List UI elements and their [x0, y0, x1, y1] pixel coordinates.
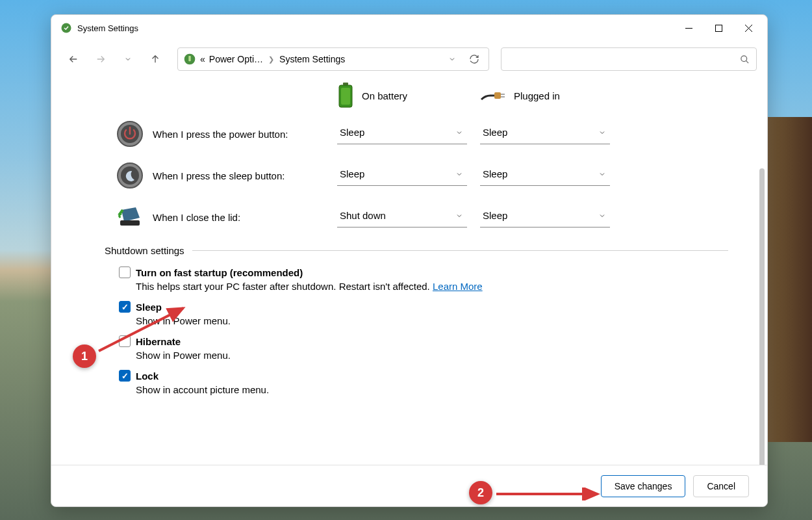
refresh-button[interactable] [465, 50, 483, 68]
learn-more-link[interactable]: Learn More [433, 281, 483, 292]
titlebar: System Settings [51, 15, 767, 41]
lock-desc: Show in account picture menu. [136, 384, 728, 395]
power-button-plugged-dropdown[interactable]: Sleep [480, 124, 610, 144]
plug-icon [480, 88, 506, 103]
svg-rect-6 [188, 56, 190, 61]
lock-label: Lock [136, 370, 159, 382]
section-divider [192, 250, 728, 251]
plugged-column-header: Plugged in [480, 88, 623, 103]
lock-item: Lock Show in account picture menu. [119, 370, 728, 395]
chevron-down-icon [598, 129, 606, 136]
breadcrumb-current[interactable]: System Settings [279, 54, 345, 64]
cancel-button[interactable]: Cancel [693, 475, 749, 497]
sleep-button-plugged-dropdown[interactable]: Sleep [480, 165, 610, 186]
svg-line-20 [99, 308, 183, 351]
fast-startup-label: Turn on fast startup (recommended) [136, 267, 303, 278]
svg-rect-19 [120, 220, 140, 226]
search-input[interactable] [508, 54, 740, 64]
svg-rect-11 [341, 88, 350, 105]
app-icon [60, 22, 72, 34]
annotation-arrow-2 [494, 488, 604, 500]
close-lid-plugged-dropdown[interactable]: Sleep [480, 207, 610, 228]
svg-line-8 [746, 60, 748, 63]
forward-button[interactable] [89, 47, 112, 71]
chevron-down-icon [455, 212, 463, 220]
laptop-lid-icon [116, 203, 144, 231]
scrollbar[interactable] [759, 168, 765, 465]
fast-startup-checkbox[interactable] [119, 266, 131, 278]
footer: Save changes Cancel [51, 465, 767, 506]
sleep-button-battery-dropdown[interactable]: Sleep [337, 165, 467, 186]
svg-point-7 [741, 55, 747, 61]
power-button-label: When I press the power button: [153, 129, 337, 140]
fast-startup-item: Turn on fast startup (recommended) This … [119, 266, 728, 292]
column-headers: On battery Plugged in [116, 83, 728, 109]
close-lid-battery-dropdown[interactable]: Shut down [337, 207, 467, 228]
sleep-button-icon [116, 162, 144, 189]
minimize-button[interactable] [674, 18, 704, 38]
search-icon [740, 55, 750, 64]
breadcrumb-separator-icon: ❯ [268, 55, 274, 64]
svg-point-0 [62, 23, 71, 33]
svg-rect-9 [343, 83, 348, 85]
power-button-battery-dropdown[interactable]: Sleep [337, 124, 467, 144]
back-button[interactable] [62, 47, 85, 71]
sleep-desc: Show in Power menu. [136, 315, 728, 326]
power-options-icon [183, 53, 196, 66]
sleep-button-label: When I press the sleep button: [153, 170, 337, 181]
up-button[interactable] [144, 47, 167, 71]
annotation-2: 2 [469, 481, 492, 504]
hibernate-item: Hibernate Show in Power menu. [119, 335, 728, 361]
power-button-icon [116, 120, 144, 148]
save-button[interactable]: Save changes [601, 475, 686, 497]
annotation-arrow-1 [95, 303, 191, 355]
annotation-1: 1 [73, 344, 96, 368]
hibernate-desc: Show in Power menu. [136, 350, 728, 361]
recent-dropdown-button[interactable] [116, 47, 140, 71]
chevron-down-icon [598, 212, 606, 220]
chevron-down-icon [455, 170, 463, 178]
nav-toolbar: « Power Opti… ❯ System Settings [51, 41, 767, 77]
shutdown-section-title: Shutdown settings [105, 245, 184, 256]
sleep-item: Sleep Show in Power menu. [119, 301, 728, 326]
close-button[interactable] [733, 18, 763, 38]
battery-icon [337, 83, 354, 109]
window-title: System Settings [77, 23, 138, 33]
shutdown-section-header: Shutdown settings [105, 245, 728, 256]
breadcrumb-parent[interactable]: Power Opti… [209, 54, 263, 64]
close-lid-row: When I close the lid: Shut down Sleep [116, 203, 728, 231]
svg-rect-12 [494, 92, 501, 99]
chevron-down-icon [455, 129, 463, 136]
battery-column-header: On battery [337, 83, 480, 109]
address-dropdown-button[interactable] [443, 50, 461, 68]
content-area: On battery Plugged in When I press the p… [51, 77, 767, 465]
chevron-down-icon [598, 170, 606, 178]
fast-startup-desc: This helps start your PC faster after sh… [136, 281, 728, 292]
power-button-row: When I press the power button: Sleep Sle… [116, 120, 728, 148]
svg-rect-2 [715, 25, 722, 31]
sleep-button-row: When I press the sleep button: Sleep Sle… [116, 162, 728, 189]
breadcrumb-overflow[interactable]: « [200, 54, 205, 64]
close-lid-label: When I close the lid: [153, 212, 337, 223]
settings-window: System Settings « Power Opti… ❯ System S… [51, 14, 768, 507]
lock-checkbox[interactable] [119, 370, 131, 382]
maximize-button[interactable] [704, 18, 733, 38]
search-bar[interactable] [501, 47, 757, 71]
address-bar[interactable]: « Power Opti… ❯ System Settings [177, 47, 489, 71]
